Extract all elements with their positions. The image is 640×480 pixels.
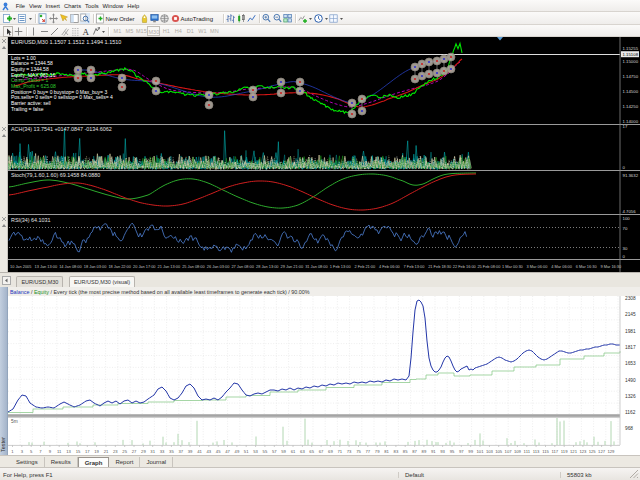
svg-text:RSI(34) 64.1031: RSI(34) 64.1031 <box>11 217 51 223</box>
svg-text:A: A <box>83 27 90 37</box>
svg-text:1817: 1817 <box>625 345 636 350</box>
svg-text:89: 89 <box>422 449 427 454</box>
svg-text:31 Jan 08:00: 31 Jan 08:00 <box>305 264 328 269</box>
svg-text:7 Feb 13:00: 7 Feb 13:00 <box>404 264 426 269</box>
svg-text:27 Jan 08:00: 27 Jan 08:00 <box>231 264 254 269</box>
svg-text:21: 21 <box>104 449 109 454</box>
svg-text:100: 100 <box>623 216 631 221</box>
svg-text:53: 53 <box>253 449 258 454</box>
svg-text:63: 63 <box>300 449 305 454</box>
svg-text:37: 37 <box>178 449 183 454</box>
svg-text:33: 33 <box>160 449 165 454</box>
svg-text:81: 81 <box>384 449 389 454</box>
svg-text:1.15000: 1.15000 <box>623 59 639 64</box>
svg-text:83: 83 <box>394 449 399 454</box>
svg-text:57: 57 <box>272 449 277 454</box>
svg-text:2 Feb 21:00: 2 Feb 21:00 <box>354 264 376 269</box>
svg-text:15: 15 <box>76 449 81 454</box>
svg-text:43: 43 <box>206 449 211 454</box>
svg-text:101: 101 <box>477 449 485 454</box>
svg-text:25 Feb 08:00: 25 Feb 08:00 <box>477 264 501 269</box>
svg-text:1.14500: 1.14500 <box>623 89 639 94</box>
svg-text:1.15255: 1.15255 <box>623 46 639 51</box>
svg-text:11: 11 <box>57 449 62 454</box>
svg-text:109: 109 <box>514 449 522 454</box>
svg-text:87: 87 <box>412 449 417 454</box>
svg-text:4 Mar 06:00: 4 Mar 06:00 <box>551 264 573 269</box>
svg-text:19: 19 <box>94 449 99 454</box>
svg-text:21 Jan 13:00: 21 Jan 13:00 <box>158 264 181 269</box>
svg-text:127: 127 <box>598 449 606 454</box>
svg-text:71: 71 <box>337 449 342 454</box>
svg-text:117: 117 <box>551 449 558 454</box>
svg-text:2145: 2145 <box>625 312 636 317</box>
svg-text:123: 123 <box>579 449 587 454</box>
svg-text:1 Mar 00:30: 1 Mar 00:30 <box>502 264 524 269</box>
svg-text:91: 91 <box>431 449 436 454</box>
svg-text:121: 121 <box>570 449 578 454</box>
svg-text:2308: 2308 <box>625 296 636 301</box>
svg-text:1.14750: 1.14750 <box>623 74 639 79</box>
svg-text:61: 61 <box>291 449 296 454</box>
svg-text:9 Mar 16:30: 9 Mar 16:30 <box>600 264 622 269</box>
svg-text:20 Jan 17:00: 20 Jan 17:00 <box>133 264 156 269</box>
svg-text:1653: 1653 <box>625 361 636 366</box>
svg-text:968: 968 <box>625 426 633 431</box>
svg-text:93: 93 <box>440 449 445 454</box>
svg-text:ACH(34) 13.7541 +0147.0847 -01: ACH(34) 13.7541 +0147.0847 -0134.6062 <box>11 126 112 132</box>
svg-text:67: 67 <box>319 449 324 454</box>
svg-text:47: 47 <box>225 449 230 454</box>
svg-text:4.7056: 4.7056 <box>623 209 637 214</box>
svg-text:129: 129 <box>607 449 615 454</box>
svg-text:28 Jan 13:00: 28 Jan 13:00 <box>256 264 279 269</box>
svg-text:99: 99 <box>468 449 473 454</box>
svg-text:14 Jan 08:00: 14 Jan 08:00 <box>59 264 82 269</box>
svg-text:22 Feb 16:00: 22 Feb 16:00 <box>453 264 477 269</box>
svg-text:18 Jan 03:00: 18 Jan 03:00 <box>84 264 107 269</box>
svg-text:21 Feb 18:30: 21 Feb 18:30 <box>428 264 452 269</box>
svg-text:Stoch(79,1.60,1.60) 69.1458 84: Stoch(79,1.60,1.60) 69.1458 84.0880 <box>11 172 100 178</box>
svg-text:97: 97 <box>459 449 464 454</box>
svg-text:95: 95 <box>450 449 455 454</box>
svg-text:73: 73 <box>347 449 352 454</box>
svg-text:10 Jan 2005: 10 Jan 2005 <box>10 264 31 269</box>
svg-text:6 Mar 16:30: 6 Mar 16:30 <box>576 264 598 269</box>
svg-text:AutoTrading: AutoTrading <box>180 16 212 22</box>
svg-text:29: 29 <box>141 449 146 454</box>
svg-text:111: 111 <box>524 449 531 454</box>
svg-text:23: 23 <box>113 449 118 454</box>
svg-text:17: 17 <box>85 449 90 454</box>
svg-text:13 Jan 13:00: 13 Jan 13:00 <box>35 264 58 269</box>
svg-text:51: 51 <box>244 449 249 454</box>
svg-text:31: 31 <box>150 449 155 454</box>
svg-text:59: 59 <box>281 449 286 454</box>
svg-text:125: 125 <box>589 449 597 454</box>
svg-text:29 Jan 21:00: 29 Jan 21:00 <box>281 264 304 269</box>
svg-text:1981: 1981 <box>625 329 636 334</box>
svg-text:25 Jan 08:00: 25 Jan 08:00 <box>182 264 205 269</box>
svg-text:26 Jan 03:00: 26 Jan 03:00 <box>207 264 230 269</box>
svg-text:103: 103 <box>486 449 494 454</box>
svg-text:107: 107 <box>505 449 513 454</box>
svg-text:49: 49 <box>235 449 240 454</box>
svg-text:17: 17 <box>623 124 628 129</box>
svg-text:1.14250: 1.14250 <box>623 104 639 109</box>
svg-text:70: 70 <box>623 226 628 231</box>
svg-text:27: 27 <box>132 449 137 454</box>
svg-text:1.15108: 1.15108 <box>623 52 639 57</box>
svg-text:55: 55 <box>263 449 268 454</box>
svg-text:13: 13 <box>66 449 71 454</box>
svg-text:1 Feb 13:00: 1 Feb 13:00 <box>330 264 352 269</box>
svg-text:79: 79 <box>375 449 380 454</box>
svg-text:115: 115 <box>542 449 549 454</box>
svg-text:EUR/USD,M30 1.1507 1.1512 1.1: EUR/USD,M30 1.1507 1.1512 1.1494 1.1510 <box>11 39 121 45</box>
svg-text:1326: 1326 <box>625 394 636 399</box>
svg-text:1162: 1162 <box>625 410 636 415</box>
svg-text:18 Jan 22:00: 18 Jan 22:00 <box>108 264 131 269</box>
svg-text:1490: 1490 <box>625 378 636 383</box>
svg-text:Trailing = false: Trailing = false <box>11 106 44 112</box>
svg-text:45: 45 <box>216 449 221 454</box>
svg-text:5m: 5m <box>11 419 18 424</box>
svg-text:65: 65 <box>309 449 314 454</box>
svg-text:69: 69 <box>328 449 333 454</box>
